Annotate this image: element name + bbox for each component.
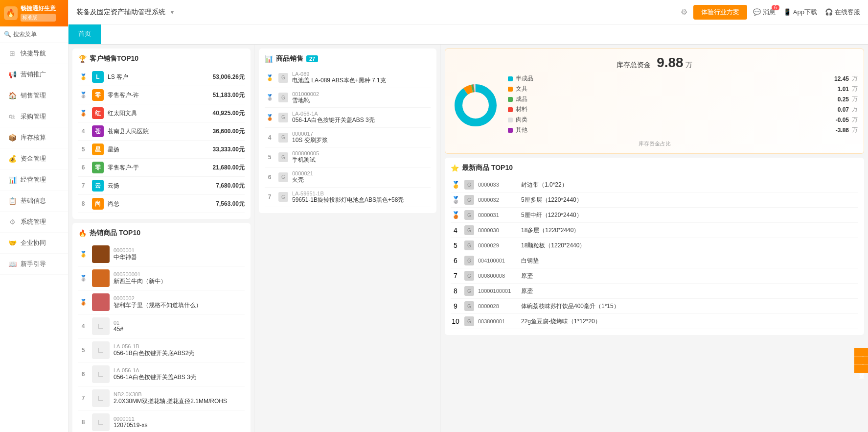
content: 🏆 客户销售TOP10 🥇 L LS 客户 53,006.26元 🥈 零 零售客… bbox=[69, 45, 868, 432]
legend-value: 0.25 bbox=[838, 96, 849, 103]
rank-name: 苍南县人民医院 bbox=[108, 127, 209, 136]
customer-rank-item: 🥇 L LS 客户 53,006.26元 bbox=[78, 68, 245, 86]
legend-dot bbox=[508, 107, 513, 112]
rank-number: 🥉 bbox=[265, 114, 274, 121]
product-thumbnail bbox=[92, 269, 110, 287]
rank-number: 7 bbox=[78, 182, 88, 189]
product-code: 0000017 bbox=[292, 131, 431, 137]
legend-dot bbox=[508, 118, 513, 122]
product-name: 封边带（1.0*22） bbox=[521, 181, 858, 189]
product-name: 056-1B白色按键开关底ABS2壳 bbox=[114, 349, 245, 358]
customer-ranking-title: 🏆 客户销售TOP10 bbox=[78, 54, 245, 63]
sidebar-item-sales[interactable]: 🏠销售管理 bbox=[0, 85, 68, 106]
sidebar-item-system[interactable]: ⚙系统管理 bbox=[0, 212, 68, 233]
rank-number: 9 bbox=[451, 302, 460, 310]
sidebar-item-purchase[interactable]: 🛍采购管理 bbox=[0, 106, 68, 127]
rank-icon: 9 bbox=[454, 302, 457, 310]
product-sales-list: 🥇 G LA-089 电池盖 LA-089 ABS本色+黑种 7.1克 🥈 G … bbox=[265, 68, 431, 207]
sidebar-item-quick-nav[interactable]: ⊞快捷导航 bbox=[0, 43, 68, 64]
sidebar-item-guide[interactable]: 📖新手引导 bbox=[0, 254, 68, 275]
product-icon: G bbox=[464, 286, 474, 296]
rank-number: 🥈 bbox=[78, 92, 88, 98]
inventory-title: 库存总资金 9.88 万 bbox=[451, 55, 858, 71]
rank-number: 8 bbox=[451, 287, 460, 295]
notification-button[interactable]: 💬 消息 6 bbox=[753, 8, 776, 17]
rank-avatar: 红 bbox=[92, 107, 104, 119]
float-button[interactable]: 直播 bbox=[854, 365, 868, 373]
rank-value: 40,925.00元 bbox=[213, 109, 245, 118]
latest-product-item: 8 G 10000100001 原垄 bbox=[451, 284, 858, 299]
rank-value: 21,680.00元 bbox=[213, 164, 245, 172]
system-title: 装备及固定资产辅助管理系统 ▼ bbox=[76, 8, 675, 17]
app-download-button[interactable]: 📱 App下载 bbox=[783, 8, 817, 17]
legend-unit: 万 bbox=[852, 126, 858, 134]
latest-product-item: 🥈 G 0000032 5厘多层（1220*2440） bbox=[451, 192, 858, 208]
trial-button[interactable]: 体验行业方案 bbox=[693, 5, 747, 20]
product-name: 59651-1B旋转投影灯电池盒ABS黑色+58壳 bbox=[292, 196, 431, 204]
product-code: 0000021 bbox=[292, 170, 431, 176]
product-sales-item: 6 G 0000021 夹壳 bbox=[265, 168, 431, 188]
purchase-icon: 🛍 bbox=[8, 112, 17, 121]
rank-number: 🥉 bbox=[78, 299, 88, 306]
customer-rank-item: 7 云 云扬 7,680.00元 bbox=[78, 177, 245, 195]
rank-number: 6 bbox=[78, 164, 88, 171]
legend-value: 1.01 bbox=[838, 86, 849, 93]
rank-number: 🥇 bbox=[265, 74, 274, 81]
rank-name: LS 客户 bbox=[108, 73, 209, 81]
rank-number: 7 bbox=[265, 193, 274, 200]
product-sales-item: 🥇 G LA-089 电池盖 LA-089 ABS本色+黑种 7.1克 bbox=[265, 68, 431, 88]
sidebar-item-finance[interactable]: 💰资金管理 bbox=[0, 148, 68, 169]
float-button[interactable]: 客服热线 bbox=[854, 348, 868, 357]
nav-label: 快捷导航 bbox=[21, 49, 46, 58]
legend-dot bbox=[508, 128, 513, 133]
rank-number: 🥇 bbox=[78, 73, 88, 80]
product-icon: G bbox=[464, 225, 474, 235]
rank-icon: 10 bbox=[452, 317, 459, 325]
product-info: 0000011 12070519-xs bbox=[114, 416, 245, 429]
customer-rank-item: 8 尚 尚总 7,563.00元 bbox=[78, 195, 245, 213]
sidebar-item-basic[interactable]: 📋基础信息 bbox=[0, 191, 68, 212]
rank-name: 零售客户-许 bbox=[108, 91, 209, 99]
hot-product-item: 🥈 000500001 新西兰牛肉（新牛） bbox=[78, 266, 245, 290]
product-code: LA-056-1A bbox=[114, 367, 245, 373]
product-name: 22g鱼豆腐-烧烤味（1*12*20） bbox=[521, 317, 858, 326]
sidebar: 🔥 畅捷通好生意 标准版 🔍 搜索菜单 ⊞快捷导航📢营销推广🏠销售管理🛍采购管理… bbox=[0, 0, 69, 432]
float-button[interactable]: 服务社区 bbox=[854, 357, 868, 365]
product-thumbnail bbox=[92, 293, 110, 311]
search-menu[interactable]: 🔍 搜索菜单 bbox=[0, 26, 68, 43]
legend-item: 肉类 -0.05 万 bbox=[508, 116, 858, 124]
inventory-icon: 📦 bbox=[8, 133, 17, 142]
product-code: 000800008 bbox=[478, 273, 517, 279]
product-icon: G bbox=[464, 180, 474, 190]
product-thumbnail: □ bbox=[92, 413, 110, 431]
sidebar-item-inventory[interactable]: 📦库存核算 bbox=[0, 127, 68, 148]
online-service-button[interactable]: 🎧 在线客服 bbox=[825, 8, 860, 17]
tab-home[interactable]: 首页 bbox=[69, 24, 101, 44]
product-name: 原垄 bbox=[521, 287, 858, 295]
legend-name: 材料 bbox=[516, 105, 835, 114]
nav-label: 库存核算 bbox=[21, 133, 46, 142]
product-code: 0000031 bbox=[478, 212, 517, 218]
cooperation-icon: 🤝 bbox=[8, 239, 17, 247]
sidebar-item-operation[interactable]: 📊经营管理 bbox=[0, 169, 68, 191]
gear-icon[interactable]: ⚙ bbox=[681, 7, 687, 17]
legend-item: 文具 1.01 万 bbox=[508, 85, 858, 93]
sidebar-header: 🔥 畅捷通好生意 标准版 bbox=[0, 0, 68, 26]
product-code: 01 bbox=[114, 320, 245, 326]
hot-product-item: 7 □ NB2.0X30B 2.0X30MM双搓花轴,搓花直径2.1MM/ROH… bbox=[78, 386, 245, 410]
legend-dot bbox=[508, 97, 513, 102]
product-icon: G bbox=[464, 316, 474, 326]
rank-number: 6 bbox=[265, 174, 274, 181]
product-code: 0000001 bbox=[114, 247, 245, 253]
product-icon: G bbox=[278, 152, 288, 162]
product-icon: G bbox=[464, 256, 474, 265]
hot-product-item: 6 □ LA-056-1A 056-1A白色按键开关盖ABS 3壳 bbox=[78, 362, 245, 386]
rank-number: 6 bbox=[78, 371, 88, 378]
sidebar-item-marketing[interactable]: 📢营销推广 bbox=[0, 64, 68, 85]
rank-number: 🥈 bbox=[265, 94, 274, 101]
rank-number: 🥉 bbox=[78, 110, 88, 117]
legend-item: 其他 -3.86 万 bbox=[508, 126, 858, 134]
rank-number: 6 bbox=[451, 257, 460, 264]
sidebar-item-cooperation[interactable]: 🤝企业协同 bbox=[0, 233, 68, 254]
dropdown-icon[interactable]: ▼ bbox=[169, 9, 175, 16]
